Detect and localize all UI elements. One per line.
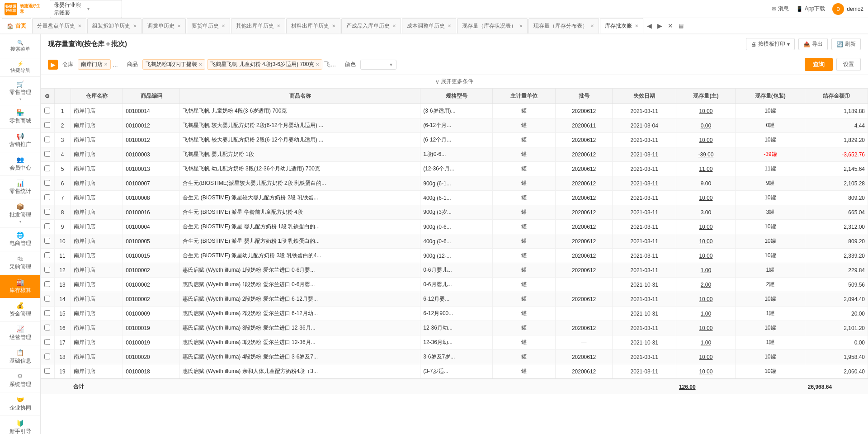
sidebar-item-guide[interactable]: 🔰 新手引导 [0,416,40,434]
user-area[interactable]: D demo2 [832,3,863,15]
row-checkbox[interactable] [41,133,54,147]
row-qty-main[interactable]: 9.00 [676,176,736,191]
row-checkbox[interactable] [41,263,54,278]
tab-prev-button[interactable]: ◀ [644,18,655,33]
row-checkbox[interactable] [41,234,54,249]
sidebar-item-inventory[interactable]: 🏭 库存核算 [0,275,40,298]
sidebar-item-retail-shop[interactable]: 🏪 零售商城 [0,105,40,129]
tab-cheng-ben[interactable]: 成本调整单历史 ✕ [402,18,456,33]
row-qty-main[interactable]: 10.00 [676,191,736,205]
sidebar-item-operations[interactable]: 📈 经营管理 [0,322,40,345]
query-button[interactable]: 查询 [805,58,833,71]
warehouse-tag-delete[interactable]: ✕ [104,62,108,67]
row-qty-main[interactable]: 10.00 [676,364,736,379]
tab-tiao-bo-close[interactable]: ✕ [177,24,181,28]
refresh-button[interactable]: 🔄 刷新 [831,38,861,50]
row-checkbox[interactable] [41,205,54,220]
row-qty-main[interactable]: 1.00 [676,335,736,350]
tab-fen-pan-close[interactable]: ✕ [78,24,81,28]
tab-cai-liao-close[interactable]: ✕ [332,24,335,28]
product-more-icon[interactable]: 飞... [324,61,336,69]
sidebar-item-wholesale[interactable]: 📦 批发管理 ▾ [0,199,40,228]
row-checkbox[interactable] [41,321,54,335]
sidebar-item-retail-mgmt[interactable]: 🛒 零售管理 ▾ [0,77,40,105]
row-qty-main[interactable]: 3.00 [676,205,736,220]
sidebar-item-basic[interactable]: 📋 基础信息 [0,345,40,369]
sidebar-item-finance[interactable]: 💰 资金管理 [0,298,40,322]
filter-expand-button[interactable]: ▶ [48,60,58,70]
row-checkbox[interactable] [41,118,54,133]
row-qty-main[interactable]: -39.00 [676,147,736,162]
expand-more-button[interactable]: ∨ 展开更多条件 [41,76,868,87]
industry-select[interactable]: 母婴行业演示账套 ▾ [50,0,122,18]
tab-yao-huo[interactable]: 要货单历史 ✕ [187,18,230,33]
row-checkbox[interactable] [41,191,54,205]
row-qty-main[interactable]: 10.00 [676,234,736,249]
row-qty-main[interactable]: 2.00 [676,278,736,292]
tab-xian-cun-ku-close[interactable]: ✕ [519,24,523,28]
row-checkbox[interactable] [41,335,54,350]
tab-menu-button[interactable]: ▤ [676,18,686,33]
sidebar-item-retail-stats[interactable]: 📊 零售统计 [0,176,40,199]
tab-zu-chai-close[interactable]: ✕ [133,24,137,28]
sidebar-item-member[interactable]: 👥 会员中心 [0,152,40,176]
tab-cai-liao[interactable]: 材料出库单历史 ✕ [286,18,340,33]
product-tag-2-delete[interactable]: ✕ [316,62,319,67]
warehouse-more-icon[interactable]: ... [113,61,118,68]
print-button[interactable]: 🖨 按模板打印 ▾ [746,38,795,50]
row-checkbox[interactable] [41,364,54,379]
tab-tiao-bo[interactable]: 调拨单历史 ✕ [142,18,186,33]
row-qty-main[interactable]: 10.00 [676,292,736,307]
sidebar-item-marketing[interactable]: 📢 营销推广 [0,129,40,152]
row-checkbox[interactable] [41,220,54,234]
export-button[interactable]: 📤 导出 [798,38,828,50]
row-qty-main[interactable]: 10.00 [676,350,736,364]
tab-home[interactable]: 🏠 首页 [2,18,31,33]
tab-next-button[interactable]: ▶ [655,18,665,33]
row-checkbox[interactable] [41,249,54,263]
row-checkbox[interactable] [41,147,54,162]
quick-nav-button[interactable]: ⚡ 快捷导航 [0,58,40,77]
row-checkbox[interactable] [41,350,54,364]
row-qty-main[interactable]: 1.00 [676,263,736,278]
app-download-button[interactable]: 📱 App下载 [796,5,825,13]
tab-qi-ta-chu[interactable]: 其他出库单历史 ✕ [231,18,285,33]
tab-yao-huo-close[interactable]: ✕ [222,24,225,28]
row-qty-main[interactable]: 10.00 [676,220,736,234]
tab-qi-ta-chu-close[interactable]: ✕ [277,24,280,28]
tab-fen-pan[interactable]: 分量盘点单历史 ✕ [32,18,86,33]
row-checkbox[interactable] [41,162,54,176]
row-qty-main[interactable]: 10.00 [676,321,736,335]
tab-cheng-ben-close[interactable]: ✕ [448,24,451,28]
tab-chan-pin-ru-close[interactable]: ✕ [392,24,396,28]
row-qty-main[interactable]: 1.00 [676,307,736,321]
row-qty-main[interactable]: 10.00 [676,104,736,118]
product-tag-1-delete[interactable]: ✕ [198,62,202,67]
row-checkbox[interactable] [41,104,54,118]
row-checkbox[interactable] [41,307,54,321]
message-button[interactable]: ✉ 消息 [772,5,789,13]
settings-icon[interactable]: ⚙ [45,93,50,99]
row-qty-main[interactable]: 10.00 [676,133,736,147]
row-qty-main[interactable]: 0.00 [676,118,736,133]
search-menu-button[interactable]: 🔍 搜索菜单 [3,38,38,54]
tab-xian-cun-fen[interactable]: 现存量（库存分布表） ✕ [528,18,599,33]
row-checkbox[interactable] [41,292,54,307]
tab-xian-cun-fen-close[interactable]: ✕ [590,24,594,28]
tab-zu-chai[interactable]: 组装拆卸单历史 ✕ [87,18,142,33]
row-qty-main[interactable]: 10.00 [676,249,736,263]
sidebar-item-purchase[interactable]: 🛍 采购管理 [0,251,40,275]
tab-ku-cun-pi[interactable]: 库存批次账 ✕ [600,18,643,33]
color-select[interactable]: ▾ [360,60,396,70]
row-qty-main[interactable]: 11.00 [676,162,736,176]
filter-settings-button[interactable]: 设置 [836,58,861,71]
tab-close-all-button[interactable]: ✕ [665,18,676,33]
tab-chan-pin-ru[interactable]: 产成品入库单历史 ✕ [341,18,401,33]
sidebar-item-ecommerce[interactable]: 🌐 电商管理 [0,228,40,251]
row-checkbox[interactable] [41,278,54,292]
sidebar-item-system[interactable]: ⚙ 系统管理 [0,369,40,392]
sidebar-item-enterprise[interactable]: 🤝 企业协同 [0,392,40,416]
tab-xian-cun-ku[interactable]: 现存量（库存状况表） ✕ [457,18,528,33]
tab-ku-cun-pi-close[interactable]: ✕ [635,24,638,28]
row-checkbox[interactable] [41,176,54,191]
